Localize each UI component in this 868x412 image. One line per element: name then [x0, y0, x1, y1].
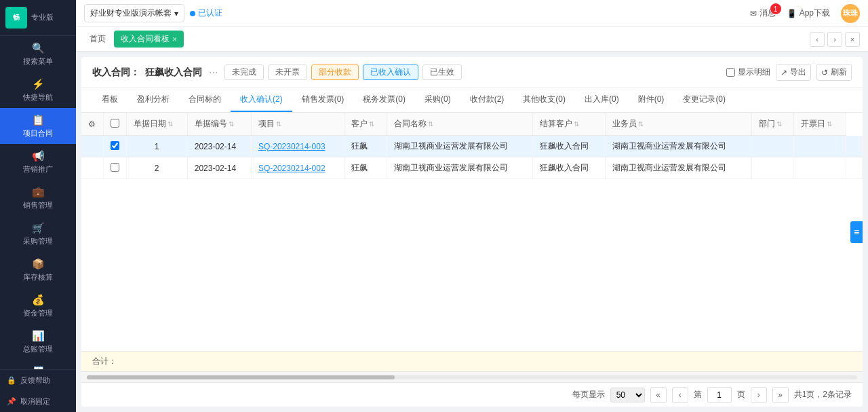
row-num-cell: 1 [126, 136, 187, 157]
salesperson-sort-icon[interactable]: ⇅ [638, 120, 644, 128]
order-no-link-2[interactable]: SQ-20230214-002 [258, 164, 326, 173]
topbar: 好业财专业版演示帐套 ▾ 已认证 ✉ 消息 1 📱 App下载 珠珠 [76, 0, 868, 27]
export-button[interactable]: ↗ 导出 [776, 64, 811, 81]
horizontal-scrollbar[interactable] [81, 371, 863, 382]
sub-tab-warehouse[interactable]: 出入库(0) [575, 88, 629, 112]
tabbar: 首页 收入合同看板 × ‹ › × [76, 27, 868, 52]
sidebar-item-sales[interactable]: 💼 销售管理 [0, 180, 76, 216]
row2-check-cell[interactable] [103, 157, 126, 179]
tab-next-button[interactable]: › [827, 32, 842, 47]
sub-tab-attachment[interactable]: 附件(0) [629, 88, 674, 112]
sidebar-item-marketing[interactable]: 📢 营销推广 [0, 144, 76, 180]
th-check[interactable] [103, 113, 126, 136]
row-project-cell: 狂飙 [344, 136, 387, 157]
sidebar-item-ledger[interactable]: 📊 总账管理 [0, 324, 76, 360]
sidebar-feedback-item[interactable]: 🔒 反馈帮助 [0, 370, 76, 391]
show-detail-checkbox[interactable]: 显示明细 [726, 67, 770, 78]
sidebar-item-purchase[interactable]: 🛒 采购管理 [0, 216, 76, 252]
th-settlement-customer: 结算客户⇅ [533, 113, 605, 136]
contract-more-icon[interactable]: ··· [209, 67, 218, 79]
department-sort-icon[interactable]: ⇅ [776, 120, 782, 128]
row-bill-date-cell [846, 136, 862, 157]
sidebar-item-funds[interactable]: 💰 资金管理 [0, 288, 76, 324]
status-btn-partial-payment[interactable]: 部分收款 [311, 64, 359, 80]
sub-tab-payment[interactable]: 收付款(2) [460, 88, 514, 112]
unpin-label: 取消固定 [20, 396, 50, 407]
settlement-sort-icon[interactable]: ⇅ [574, 120, 579, 128]
sub-tab-other-income[interactable]: 其他收支(0) [513, 88, 575, 112]
topbar-right: ✉ 消息 1 📱 App下载 珠珠 [750, 4, 860, 23]
page-unit: 页 [737, 389, 745, 400]
user-action[interactable]: 珠珠 [841, 4, 860, 23]
sidebar-items-list: 🔍 搜索菜单 ⚡ 快捷导航 📋 项目合同 📢 营销推广 💼 销售管理 🛒 采购管… [0, 36, 76, 369]
page-last-button[interactable]: » [772, 387, 789, 403]
scrollbar-track[interactable] [87, 375, 857, 379]
app-logo-text: 专业版 [31, 12, 54, 22]
page-prev-button[interactable]: ‹ [672, 387, 688, 403]
order-no-sort-icon[interactable]: ⇅ [229, 120, 234, 128]
tab-close-icon[interactable]: × [172, 35, 177, 44]
row2-checkbox[interactable] [111, 163, 119, 172]
project-sort-icon[interactable]: ⇅ [276, 120, 281, 128]
select-all-checkbox[interactable] [111, 119, 119, 128]
sub-tab-profit[interactable]: 盈利分析 [127, 88, 179, 112]
sub-tab-board[interactable]: 看板 [92, 88, 127, 112]
row-checkbox[interactable] [111, 141, 119, 150]
status-btn-uninvoiced[interactable]: 未开票 [268, 64, 307, 80]
right-panel-icon[interactable]: ≡ [850, 221, 863, 243]
table-row[interactable]: 1 2023-02-14 SQ-20230214-003 狂飙 湖南卫视商业运营… [81, 136, 863, 157]
sub-tab-changes[interactable]: 变更记录(0) [673, 88, 735, 112]
app-download-action[interactable]: 📱 App下载 [787, 7, 830, 19]
topbar-left: 好业财专业版演示帐套 ▾ 已认证 [84, 4, 222, 22]
sidebar-item-project-contract[interactable]: 📋 项目合同 [0, 108, 76, 144]
page-first-button[interactable]: « [650, 387, 667, 403]
row-check-cell[interactable] [103, 136, 126, 157]
tab-prev-button[interactable]: ‹ [810, 32, 825, 47]
page-number-input[interactable] [707, 387, 732, 403]
th-contract-name: 合同名称⇅ [387, 113, 533, 136]
row-department-cell [794, 136, 846, 157]
row2-department-cell [794, 157, 846, 179]
th-customer: 客户⇅ [344, 113, 387, 136]
message-action[interactable]: ✉ 消息 1 [750, 7, 776, 19]
sub-tab-tax-invoice[interactable]: 税务发票(0) [353, 88, 415, 112]
date-sort-icon[interactable]: ⇅ [167, 120, 173, 128]
per-page-select[interactable]: 50 100 [610, 388, 645, 402]
sidebar-item-inventory[interactable]: 📦 库存核算 [0, 252, 76, 288]
tab-contract-board[interactable]: 收入合同看板 × [114, 31, 184, 48]
sidebar-item-quicknav[interactable]: ⚡ 快捷导航 [0, 72, 76, 108]
tab-home[interactable]: 首页 [84, 31, 111, 48]
sub-tab-revenue-confirm[interactable]: 收入确认(2) [231, 88, 292, 112]
company-selector[interactable]: 好业财专业版演示帐套 ▾ [84, 4, 184, 22]
sub-tab-sales-invoice[interactable]: 销售发票(0) [292, 88, 354, 112]
order-no-link[interactable]: SQ-20230214-003 [258, 142, 326, 151]
user-avatar: 珠珠 [841, 4, 860, 23]
th-settings[interactable]: ⚙ [81, 113, 103, 136]
status-btn-revenue-confirmed[interactable]: 已收入确认 [363, 64, 418, 80]
main-content: 好业财专业版演示帐套 ▾ 已认证 ✉ 消息 1 📱 App下载 珠珠 [76, 0, 868, 412]
row-settlement-customer-cell: 湖南卫视商业运营发展有限公司 [605, 136, 751, 157]
row2-order-no-cell[interactable]: SQ-20230214-002 [251, 157, 344, 179]
scrollbar-thumb[interactable] [87, 375, 395, 379]
bill-date-sort-icon[interactable]: ⇅ [827, 120, 832, 128]
status-btn-incomplete[interactable]: 未完成 [224, 64, 264, 80]
show-detail-input[interactable] [726, 68, 735, 77]
sidebar-ledger-label: 总账管理 [23, 344, 53, 354]
table-row[interactable]: 2 2023-02-14 SQ-20230214-002 狂飙 湖南卫视商业运营… [81, 157, 863, 179]
sidebar-item-invoice[interactable]: 🧾 发票管理 [0, 360, 76, 369]
th-project: 项目⇅ [251, 113, 344, 136]
refresh-button[interactable]: ↺ 刷新 [816, 64, 852, 81]
contract-header: 收入合同： 狂飙收入合同 ··· 未完成 未开票 部分收款 已收入确认 已生效 … [81, 57, 863, 88]
sidebar-unpin-item[interactable]: 📌 取消固定 [0, 391, 76, 412]
sub-tab-contract-subject[interactable]: 合同标的 [179, 88, 231, 112]
sidebar-purchase-label: 采购管理 [23, 236, 53, 246]
tab-close-button[interactable]: × [845, 32, 860, 47]
customer-sort-icon[interactable]: ⇅ [369, 120, 374, 128]
page-next-button[interactable]: › [751, 387, 767, 403]
sidebar-item-search[interactable]: 🔍 搜索菜单 [0, 36, 76, 72]
app-download-label: App下载 [800, 7, 830, 19]
status-btn-effective[interactable]: 已生效 [422, 64, 462, 80]
contract-name-sort-icon[interactable]: ⇅ [428, 120, 433, 128]
row-order-no-cell[interactable]: SQ-20230214-003 [251, 136, 344, 157]
sub-tab-purchase[interactable]: 采购(0) [415, 88, 460, 112]
